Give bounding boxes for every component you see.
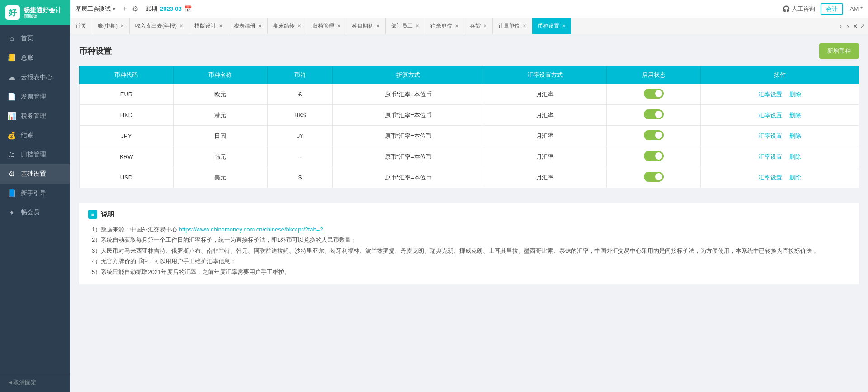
tab-税表清册[interactable]: 税表清册 ✕ xyxy=(228,18,268,34)
table-row: JPY日圆J¥原币*汇率=本位币月汇率汇率设置删除 xyxy=(80,126,859,146)
nav-label: 总账 xyxy=(21,54,33,62)
topbar: 基层工会测试 ▾ ＋ ⚙ 账期 2023-03 📅 🎧 人工咨询 会计 iAM … xyxy=(70,0,868,18)
main-area: 基层工会测试 ▾ ＋ ⚙ 账期 2023-03 📅 🎧 人工咨询 会计 iAM … xyxy=(70,0,868,392)
sidebar-item-云报表中心[interactable]: ☁云报表中心 xyxy=(0,67,70,87)
delete-link[interactable]: 删除 xyxy=(789,91,801,98)
tab-期末结转[interactable]: 期末结转 ✕ xyxy=(268,18,307,34)
nav-label: 首页 xyxy=(21,34,33,43)
table-row: EUR欧元€原币*汇率=本位币月汇率汇率设置删除 xyxy=(80,84,859,105)
tab-close-icon[interactable]: ✕ xyxy=(179,24,183,28)
enable-toggle[interactable] xyxy=(644,130,664,140)
sidebar-item-基础设置[interactable]: ⚙基础设置 xyxy=(0,164,70,184)
sidebar-pin-toggle[interactable]: ◄取消固定 xyxy=(0,373,70,392)
tab-计量单位[interactable]: 计量单位 ✕ xyxy=(493,18,532,34)
rate-setting-link[interactable]: 汇率设置 xyxy=(759,91,782,98)
new-currency-button[interactable]: 新增币种 xyxy=(819,43,859,59)
delete-link[interactable]: 删除 xyxy=(789,112,801,118)
tab-label: 期末结转 xyxy=(273,22,295,30)
cell-折算方式: 原币*汇率=本位币 xyxy=(333,84,484,105)
tab-close-icon[interactable]: ✕ xyxy=(258,24,262,28)
sidebar-item-畅会员[interactable]: ♦畅会员 xyxy=(0,203,70,222)
nav-icon: ☁ xyxy=(7,73,16,81)
tab-close-icon[interactable]: ✕ xyxy=(562,24,566,28)
sidebar-item-发票管理[interactable]: 📄发票管理 xyxy=(0,87,70,106)
delete-link[interactable]: 删除 xyxy=(789,132,801,139)
sidebar: 好 畅捷通好会计 旗舰版 ⌂首页📒总账☁云报表中心📄发票管理📊税务管理💰结账🗂归… xyxy=(0,0,70,392)
sidebar-item-总账[interactable]: 📒总账 xyxy=(0,48,70,67)
enable-toggle[interactable] xyxy=(644,151,664,161)
tab-label: 部门员工 xyxy=(391,22,413,30)
enable-toggle[interactable] xyxy=(644,172,664,182)
rate-setting-link[interactable]: 汇率设置 xyxy=(759,112,782,118)
cell-币种名称: 港元 xyxy=(173,105,267,126)
tab-close-icon[interactable]: ✕ xyxy=(376,24,380,28)
tab-模版设计[interactable]: 模版设计 ✕ xyxy=(189,18,228,34)
account-button[interactable]: 会计 xyxy=(821,3,843,15)
cell-汇率设置方式: 月汇率 xyxy=(484,167,607,188)
app-logo: 好 畅捷通好会计 旗舰版 xyxy=(0,0,70,25)
tab-存货[interactable]: 存货 ✕ xyxy=(464,18,493,34)
tab-label: 收入支出表(年报) xyxy=(135,22,177,30)
headset-icon: 🎧 xyxy=(783,5,790,12)
cell-折算方式: 原币*汇率=本位币 xyxy=(333,167,484,188)
help-button[interactable]: 🎧 人工咨询 xyxy=(783,5,815,13)
tab-close-icon[interactable]: ✕ xyxy=(483,24,487,28)
tab-close-icon[interactable]: ✕ xyxy=(523,24,526,28)
tab-收入支出表(年报)[interactable]: 收入支出表(年报) ✕ xyxy=(130,18,189,34)
rate-setting-link[interactable]: 汇率设置 xyxy=(759,132,782,139)
cell-币符: HK$ xyxy=(267,105,332,126)
notes-section: ≡ 说明 1）数据来源：中国外汇交易中心 https://www.chinamo… xyxy=(79,203,859,284)
col-header-币种代码: 币种代码 xyxy=(80,66,174,84)
page-title: 币种设置 xyxy=(79,46,112,57)
add-tab-button[interactable]: ＋ xyxy=(121,4,128,14)
table-head: 币种代码币种名称币符折算方式汇率设置方式启用状态操作 xyxy=(80,66,859,84)
tab-label: 归档管理 xyxy=(312,22,334,30)
settings-icon[interactable]: ⚙ xyxy=(132,5,138,13)
sidebar-item-结账[interactable]: 💰结账 xyxy=(0,126,70,145)
tab-往来单位[interactable]: 往来单位 ✕ xyxy=(425,18,464,34)
maximize-button[interactable]: ⤢ xyxy=(860,23,865,30)
tab-close-icon[interactable]: ✕ xyxy=(415,24,419,28)
table-row: KRW韩元--原币*汇率=本位币月汇率汇率设置删除 xyxy=(80,146,859,167)
tab-close-icon[interactable]: ✕ xyxy=(219,24,222,28)
tab-next-button[interactable]: › xyxy=(845,22,851,31)
sidebar-item-首页[interactable]: ⌂首页 xyxy=(0,29,70,48)
enable-toggle[interactable] xyxy=(644,109,664,119)
tab-close-icon[interactable]: ✕ xyxy=(455,24,458,28)
rate-setting-link[interactable]: 汇率设置 xyxy=(759,153,782,160)
tab-prev-button[interactable]: ‹ xyxy=(838,22,844,31)
calendar-icon[interactable]: 📅 xyxy=(184,5,192,12)
tab-科目期初[interactable]: 科目期初 ✕ xyxy=(346,18,386,34)
tab-label: 账(中期) xyxy=(98,22,118,30)
cell-币种代码: JPY xyxy=(80,126,174,146)
chevron-down-icon: ▾ xyxy=(113,5,116,12)
tab-首页[interactable]: 首页 xyxy=(70,18,92,34)
nav-icon: 📊 xyxy=(7,112,16,120)
tab-close-icon[interactable]: ✕ xyxy=(337,24,340,28)
rate-setting-link[interactable]: 汇率设置 xyxy=(759,174,782,181)
enable-toggle[interactable] xyxy=(644,89,664,99)
close-all-tabs-button[interactable]: ✕ xyxy=(853,23,858,30)
tab-账(中期)[interactable]: 账(中期) ✕ xyxy=(92,18,130,34)
delete-link[interactable]: 删除 xyxy=(789,174,801,181)
cell-币种代码: KRW xyxy=(80,146,174,167)
nav-label: 发票管理 xyxy=(21,93,46,101)
nav-label: 税务管理 xyxy=(21,112,46,120)
cell-actions: 汇率设置删除 xyxy=(701,146,859,167)
delete-link[interactable]: 删除 xyxy=(789,153,801,160)
tab-部门员工[interactable]: 部门员工 ✕ xyxy=(386,18,425,34)
nav-icon: 📄 xyxy=(7,92,16,101)
tab-归档管理[interactable]: 归档管理 ✕ xyxy=(307,18,346,34)
tab-close-icon[interactable]: ✕ xyxy=(297,24,301,28)
sidebar-item-新手引导[interactable]: 📘新手引导 xyxy=(0,184,70,203)
company-name: 基层工会测试 xyxy=(75,5,111,13)
cell-币符: € xyxy=(267,84,332,105)
tab-币种设置[interactable]: 币种设置 ✕ xyxy=(532,18,571,34)
sidebar-item-归档管理[interactable]: 🗂归档管理 xyxy=(0,145,70,164)
cell-status xyxy=(607,146,701,167)
tab-close-icon[interactable]: ✕ xyxy=(120,24,124,28)
nav-icon: 📒 xyxy=(7,53,16,62)
company-selector[interactable]: 基层工会测试 ▾ xyxy=(75,5,116,13)
sidebar-item-税务管理[interactable]: 📊税务管理 xyxy=(0,106,70,126)
chinamoney-link[interactable]: https://www.chinamoney.com.cn/chinese/bk… xyxy=(179,226,323,233)
